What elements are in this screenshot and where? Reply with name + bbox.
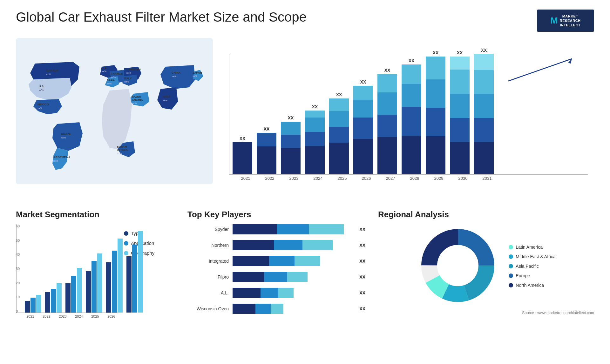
regional-legend-latin-dot: [509, 245, 513, 249]
italy-label: ITALY: [124, 77, 132, 80]
y-20: 20: [16, 281, 23, 285]
player-spyder: Spyder XX: [187, 224, 365, 234]
player-al-seg3: [278, 288, 294, 298]
header: Global Car Exhaust Filter Market Size an…: [16, 10, 594, 32]
bar-2031: [474, 54, 494, 174]
seg-group-2021: [25, 295, 41, 313]
player-northern: Northern XX: [187, 240, 365, 250]
player-integrated-bar: [233, 256, 354, 266]
mexico-value: xx%: [37, 107, 42, 110]
seg-bar-type-2022: [45, 292, 50, 313]
brazil-value: xx%: [61, 136, 66, 139]
canada-label: CANADA: [46, 69, 58, 72]
regional-legend-europe-dot: [509, 273, 513, 278]
player-integrated-seg3: [295, 256, 320, 266]
south-africa-label2: AFRICA: [117, 148, 128, 152]
regional-title: Regional Analysis: [378, 210, 594, 219]
us-value: xx%: [39, 89, 44, 91]
player-northern-seg3: [302, 240, 333, 250]
player-integrated-bar-container: [233, 256, 354, 266]
segmentation-section: Market Segmentation 0 10 20 30 40 50 60: [16, 210, 175, 318]
italy-value: xx%: [124, 80, 129, 83]
seg-year-2022: 2022: [40, 314, 53, 318]
year-2021: 2021: [236, 176, 255, 181]
player-spyder-name: Spyder: [187, 227, 229, 232]
regional-legend-northam-dot: [509, 283, 513, 287]
saudi-value: xx%: [132, 102, 137, 105]
bar-2026: [353, 86, 373, 174]
seg-group-2025: [106, 239, 123, 313]
player-filpro-seg2: [264, 272, 287, 282]
player-spyder-bar-container: [233, 224, 354, 234]
player-wisconsin-seg3: [271, 304, 283, 314]
seg-bar-geo-2021: [36, 295, 41, 313]
us-label: U.S.: [39, 85, 44, 88]
player-northern-seg2: [274, 240, 302, 250]
logo-text: MARKETRESEARCHINTELLECT: [560, 14, 581, 28]
mexico-label: MEXICO: [37, 103, 49, 106]
player-al-bar: [233, 288, 354, 298]
bar-group-2029: XX: [426, 50, 445, 174]
bar-group-2027: XX: [377, 68, 397, 174]
seg-bar-geo-2024: [97, 253, 102, 313]
segmentation-content: 0 10 20 30 40 50 60: [16, 224, 175, 318]
seg-bar-app-2024: [92, 261, 97, 313]
seg-bar-app-2025: [112, 251, 117, 313]
china-value: xx%: [172, 75, 176, 78]
player-spyder-seg3: [309, 224, 344, 234]
player-al-bar-container: [233, 288, 354, 298]
bar-group-2021: XX: [233, 136, 252, 174]
growth-chart-container: XX XX XX: [229, 54, 588, 200]
regional-content: Latin America Middle East & Africa Asia …: [378, 224, 594, 308]
bar-group-2031: XX: [474, 48, 494, 174]
player-northern-bar: [233, 240, 354, 250]
bar-xx-2027: XX: [384, 68, 390, 73]
regional-legend-mea: Middle East & Africa: [509, 254, 555, 259]
player-northern-seg1: [233, 240, 274, 250]
seg-bar-app-2021: [30, 298, 36, 313]
player-filpro-bar-container: [233, 272, 354, 282]
year-2025: 2025: [332, 176, 352, 181]
india-label: INDIA: [163, 95, 171, 98]
y-30: 30: [16, 267, 23, 271]
bar-xx-2028: XX: [409, 58, 415, 63]
bar-2021: [233, 142, 252, 174]
growth-chart-section: XX XX XX: [222, 38, 594, 203]
players-list: Spyder XX Northern: [187, 224, 365, 314]
bar-group-2022: XX: [257, 126, 276, 174]
page-container: Global Car Exhaust Filter Market Size an…: [0, 0, 610, 364]
key-players-section: Top Key Players Spyder XX: [187, 210, 365, 318]
y-0: 0: [16, 309, 23, 313]
bar-group-2028: XX: [402, 58, 421, 174]
bottom-row: Market Segmentation 0 10 20 30 40 50 60: [16, 210, 594, 318]
player-northern-bar-container: [233, 240, 354, 250]
player-al-seg2: [261, 288, 278, 298]
seg-bar-geo-2022: [57, 283, 62, 313]
year-2023: 2023: [284, 176, 304, 181]
bar-xx-2023: XX: [288, 115, 294, 120]
player-integrated-seg2: [269, 256, 295, 266]
regional-legend-northam: North America: [509, 283, 555, 288]
regional-legend-apac-dot: [509, 264, 513, 268]
player-wisconsin-bar-container: [233, 304, 354, 314]
regional-legend: Latin America Middle East & Africa Asia …: [509, 245, 555, 288]
germany-label: GERMANY: [126, 68, 141, 71]
player-integrated-seg1: [233, 256, 269, 266]
regional-section: Regional Analysis: [378, 210, 594, 318]
source-text: Source : www.marketresearchintellect.com: [378, 311, 594, 315]
seg-year-2026: 2026: [105, 314, 118, 318]
seg-bar-type-2021: [25, 301, 30, 313]
player-wisconsin-bar: [233, 304, 354, 314]
year-2026: 2026: [356, 176, 376, 181]
seg-bar-type-2025: [106, 262, 111, 313]
seg-bar-app-2022: [51, 289, 56, 313]
year-labels: 2021 2022 2023 2024 2025 2026 2027 2028 …: [233, 175, 588, 182]
saudi-label: SAUDI: [132, 95, 141, 98]
player-al-xx: XX: [359, 290, 365, 295]
regional-legend-latin-label: Latin America: [516, 245, 543, 250]
year-2027: 2027: [381, 176, 400, 181]
player-filpro-name: Filpro: [187, 274, 229, 280]
spain-value: xx%: [107, 82, 112, 85]
regional-legend-apac: Asia Pacific: [509, 264, 555, 269]
bar-2023: [281, 122, 301, 174]
